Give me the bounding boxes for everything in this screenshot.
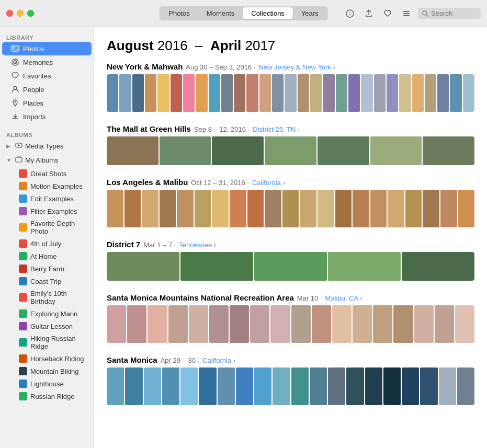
photo-cell[interactable] [189,305,208,343]
heart-button[interactable] [380,6,395,21]
photo-cell[interactable] [370,136,422,165]
photo-cell[interactable] [458,190,474,227]
minimize-button[interactable] [17,10,24,17]
photo-cell[interactable] [300,190,316,227]
photo-cell[interactable] [195,190,211,227]
photo-cell[interactable] [107,252,179,281]
photo-cell[interactable] [212,190,229,227]
sidebar-item-imports[interactable]: Imports [2,110,92,123]
photo-cell[interactable] [282,190,299,227]
media-types-toggle[interactable]: ▶ Media Types [2,139,92,153]
photo-cell[interactable] [234,74,245,112]
photo-cell[interactable] [365,367,382,405]
photo-strip[interactable] [107,367,474,405]
photo-cell[interactable] [318,136,369,165]
photo-cell[interactable] [425,74,436,112]
photo-cell[interactable] [353,305,372,343]
photo-cell[interactable] [144,367,161,405]
tab-moments[interactable]: Moments [198,7,243,19]
collection-location[interactable]: California [202,357,235,364]
photo-cell[interactable] [180,367,198,405]
photo-cell[interactable] [439,367,456,405]
photo-cell[interactable] [270,305,290,343]
photo-cell[interactable] [107,136,158,165]
photo-cell[interactable] [107,367,124,405]
search-input[interactable] [431,9,475,17]
photo-cell[interactable] [353,190,369,227]
sidebar-item-russian-ridge[interactable]: Russian Ridge [2,390,92,403]
maximize-button[interactable] [27,10,34,17]
collection-location[interactable]: District 25, TN [253,125,300,133]
photo-cell[interactable] [160,190,176,227]
photo-strip[interactable] [107,74,474,112]
photo-cell[interactable] [265,190,281,227]
photo-cell[interactable] [221,74,233,112]
photo-cell[interactable] [457,367,474,405]
more-button[interactable] [399,6,414,21]
photo-cell[interactable] [125,367,142,405]
sidebar-item-lighthouse[interactable]: Lighthouse [2,377,92,390]
sidebar-item-filter-examples[interactable]: Filter Examples [2,205,92,217]
tab-photos[interactable]: Photos [160,7,198,19]
tab-years[interactable]: Years [293,7,327,19]
tab-collections[interactable]: Collections [243,7,293,19]
photo-cell[interactable] [132,74,144,112]
photo-cell[interactable] [209,305,229,343]
photo-cell[interactable] [254,252,327,281]
photo-cell[interactable] [393,305,413,343]
photo-cell[interactable] [168,305,188,343]
sidebar-item-coast-trip[interactable]: Coast Trip [2,275,92,288]
sidebar-item-mountain-biking[interactable]: Mountain Biking [2,365,92,377]
sidebar-item-photos[interactable]: Photos [2,42,92,55]
photo-cell[interactable] [318,190,334,227]
photo-cell[interactable] [348,74,360,112]
photo-cell[interactable] [336,74,347,112]
my-albums-toggle[interactable]: ▼ My Albums [2,153,92,167]
photo-cell[interactable] [437,74,449,112]
photo-cell[interactable] [209,74,220,112]
photo-cell[interactable] [180,252,253,281]
sidebar-item-berry-farm[interactable]: Berry Farm [2,262,92,275]
sidebar-item-at-home[interactable]: At Home [2,250,92,262]
photo-cell[interactable] [171,74,182,112]
photo-cell[interactable] [405,190,422,227]
photo-cell[interactable] [361,74,372,112]
photo-cell[interactable] [236,367,253,405]
info-button[interactable]: i [343,6,357,21]
photo-cell[interactable] [199,367,216,405]
photo-cell[interactable] [285,74,296,112]
sidebar-item-favorite-depth-photo[interactable]: Favorite Depth Photo [2,217,92,237]
photo-cell[interactable] [414,305,434,343]
photo-cell[interactable] [157,74,169,112]
photo-cell[interactable] [346,367,364,405]
sidebar-item-4th-of-july[interactable]: 4th of July [2,237,92,250]
photo-cell[interactable] [373,305,392,343]
photo-strip[interactable] [107,305,474,343]
sidebar-item-hiking-russian-ridge[interactable]: Hiking Russian Ridge [2,332,92,352]
photo-cell[interactable] [291,367,309,405]
photo-cell[interactable] [177,190,194,227]
search-box[interactable] [418,8,481,19]
photo-cell[interactable] [124,190,141,227]
photo-cell[interactable] [127,305,146,343]
photo-cell[interactable] [312,305,331,343]
photo-cell[interactable] [399,74,411,112]
photo-cell[interactable] [328,367,345,405]
photo-cell[interactable] [246,74,258,112]
sidebar-item-horseback-riding[interactable]: Horseback Riding [2,352,92,365]
photo-cell[interactable] [107,74,118,112]
sidebar-item-people[interactable]: People [2,83,92,96]
photo-cell[interactable] [119,74,131,112]
photo-cell[interactable] [387,74,398,112]
photo-cell[interactable] [402,252,474,281]
photo-cell[interactable] [162,367,179,405]
photo-strip[interactable] [107,136,474,165]
photo-cell[interactable] [107,305,126,343]
photo-cell[interactable] [455,305,474,343]
photo-cell[interactable] [420,367,437,405]
photo-cell[interactable] [440,190,457,227]
photo-cell[interactable] [423,136,474,165]
photo-cell[interactable] [265,136,316,165]
photo-cell[interactable] [435,305,454,343]
photo-cell[interactable] [328,252,401,281]
